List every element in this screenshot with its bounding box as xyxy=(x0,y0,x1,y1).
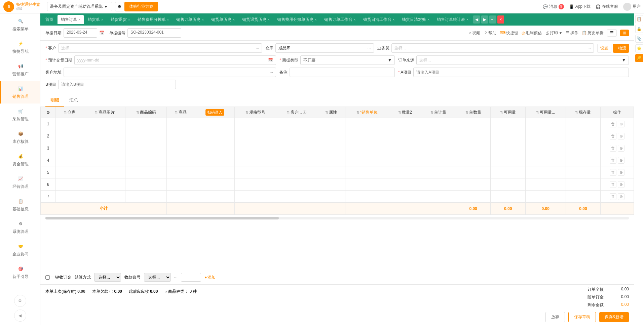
invoice-type-select[interactable]: 不开票 ▼ xyxy=(300,55,395,65)
row-warehouse[interactable] xyxy=(56,154,84,166)
tab-sales-invoice[interactable]: 销货单 × xyxy=(84,15,107,24)
row-customer-code[interactable] xyxy=(276,191,317,203)
sidebar-item-system[interactable]: ⚙ 系统管理 xyxy=(0,216,40,239)
app-download-item[interactable]: 📱 App下载 xyxy=(569,4,591,9)
sidebar-item-finance[interactable]: 💰 资金管理 xyxy=(0,149,40,171)
row-qty2[interactable] xyxy=(389,154,421,166)
sidebar-item-collab[interactable]: 🤝 企业协同 xyxy=(0,239,40,261)
shortcut-btn[interactable]: ⌨ 快捷键 xyxy=(500,30,518,36)
row-delete-btn[interactable]: 🗑 xyxy=(610,121,616,127)
row-product[interactable] xyxy=(167,166,195,178)
tab-close-sales-stats[interactable]: × xyxy=(466,18,468,22)
row-product[interactable] xyxy=(167,118,195,130)
salesperson-input[interactable]: 选择... ··· xyxy=(391,43,594,53)
horizontal-scrollbar[interactable] xyxy=(45,217,629,219)
solution-button[interactable]: 体验行业方案 xyxy=(124,2,158,11)
row-copy-btn[interactable]: ⊕ xyxy=(618,157,624,164)
row-warehouse[interactable] xyxy=(56,130,84,142)
col-settings[interactable]: ⚙ xyxy=(41,107,56,118)
row-code[interactable] xyxy=(125,154,167,166)
row-available[interactable] xyxy=(491,191,526,203)
row-spec[interactable] xyxy=(235,178,276,191)
row-attributes[interactable] xyxy=(317,142,345,154)
tab-summary[interactable]: 汇总 xyxy=(64,94,83,107)
row-stock[interactable] xyxy=(566,166,601,178)
row-code[interactable] xyxy=(125,118,167,130)
col-spec[interactable]: ⇅规格型号 xyxy=(235,107,276,118)
expected-date-input[interactable]: yyyy-mm-dd 📅 xyxy=(74,55,276,65)
order-source-select[interactable]: 选择... ▼ xyxy=(416,55,629,65)
tab-sales-stats[interactable]: 销售订单统计表 × xyxy=(433,15,472,24)
sidebar-settings-btn[interactable]: ⚙ xyxy=(14,295,26,307)
row-main-qty[interactable] xyxy=(456,191,491,203)
row-spec[interactable] xyxy=(235,118,276,130)
payment-method-select[interactable]: 选择... xyxy=(94,273,121,282)
sidebar-item-operations[interactable]: 📈 经营管理 xyxy=(0,171,40,194)
help-btn[interactable]: ？ 帮助 xyxy=(484,30,496,36)
tab-close-all-btn[interactable]: × xyxy=(497,15,504,24)
tab-close-sales-return[interactable]: × xyxy=(128,18,130,22)
row-attributes[interactable] xyxy=(317,130,345,142)
row-unit[interactable] xyxy=(345,191,389,203)
row-code[interactable] xyxy=(125,191,167,203)
row-product[interactable] xyxy=(167,142,195,154)
warehouse-dots[interactable]: ··· xyxy=(368,46,371,50)
message-item[interactable]: 💬 消息 9 xyxy=(543,4,564,9)
row-customer-code[interactable] xyxy=(276,118,317,130)
row-attributes[interactable] xyxy=(317,191,345,203)
row-customer-code[interactable] xyxy=(276,178,317,191)
row-attributes[interactable] xyxy=(317,178,345,191)
col-customer-code[interactable]: ⇅客户... ⓘ xyxy=(276,107,317,118)
tab-sales-order[interactable]: 销售订单 × xyxy=(58,15,84,24)
tab-close-sales-workbench[interactable]: × xyxy=(354,18,356,22)
row-spec[interactable] xyxy=(235,191,276,203)
row-warehouse[interactable] xyxy=(56,178,84,191)
current-order-info[interactable]: ⓘ xyxy=(109,289,113,293)
scan-button[interactable]: 扫码录入 xyxy=(205,109,224,116)
settings-panel-btn[interactable]: 设置 xyxy=(597,44,611,53)
row-copy-btn[interactable]: ⊕ xyxy=(618,169,624,176)
view-btn[interactable]: ○ 视频 xyxy=(469,30,480,36)
row-code[interactable] xyxy=(125,130,167,142)
list-view-btn[interactable]: ☰ xyxy=(607,29,617,37)
profit-btn[interactable]: ◎ 毛利预估 xyxy=(522,30,542,36)
row-available[interactable] xyxy=(491,154,526,166)
row-warehouse[interactable] xyxy=(56,142,84,154)
row-product[interactable] xyxy=(167,154,195,166)
customer-dots[interactable]: ··· xyxy=(256,46,259,50)
row-main-qty[interactable] xyxy=(456,166,491,178)
col-stock[interactable]: ⇅现存量 xyxy=(566,107,601,118)
row-product[interactable] xyxy=(167,191,195,203)
row-stock[interactable] xyxy=(566,142,601,154)
tab-sales-order-history[interactable]: 销售订单历史 × xyxy=(173,15,207,24)
row-customer-code[interactable] xyxy=(276,142,317,154)
row-available2[interactable] xyxy=(525,154,566,166)
tab-sales-fee-history[interactable]: 销售费用分摊单历史 × xyxy=(274,15,320,24)
row-main-qty[interactable] xyxy=(456,154,491,166)
col-unit[interactable]: ⇅*销售单位 xyxy=(345,107,389,118)
system-selector[interactable]: 装备及固定资产辅助管理系统 ▼ xyxy=(47,2,112,11)
settings-icon[interactable]: ⚙ xyxy=(115,2,124,11)
row-main-unit[interactable] xyxy=(421,142,456,154)
row-main-unit[interactable] xyxy=(421,166,456,178)
warehouse-input[interactable]: 成品库 ··· xyxy=(275,43,374,53)
row-stock[interactable] xyxy=(566,178,601,191)
sidebar-item-marketing[interactable]: 📢 营销推广 xyxy=(0,58,40,81)
row-product[interactable] xyxy=(167,130,195,142)
row-available[interactable] xyxy=(491,118,526,130)
col-code[interactable]: ⇅商品编码 xyxy=(125,107,167,118)
tab-detail[interactable]: 明细 xyxy=(45,94,64,107)
row-unit[interactable] xyxy=(345,166,389,178)
row-attributes[interactable] xyxy=(317,154,345,166)
row-warehouse[interactable] xyxy=(56,118,84,130)
tab-close-sales-invoice-history[interactable]: × xyxy=(233,18,235,22)
row-spec[interactable] xyxy=(235,154,276,166)
tab-close-daily-workbench[interactable]: × xyxy=(393,18,395,22)
tab-close-sales-order[interactable]: × xyxy=(78,18,80,22)
scrollbar-thumb[interactable] xyxy=(45,217,279,219)
row-copy-btn[interactable]: ⊕ xyxy=(618,121,624,127)
sidebar-item-inventory[interactable]: 📦 库存核算 xyxy=(0,126,40,149)
row-qty2[interactable] xyxy=(389,178,421,191)
tab-close-sales-return-history[interactable]: × xyxy=(268,18,270,22)
col-attributes[interactable]: ⇅属性 xyxy=(317,107,345,118)
